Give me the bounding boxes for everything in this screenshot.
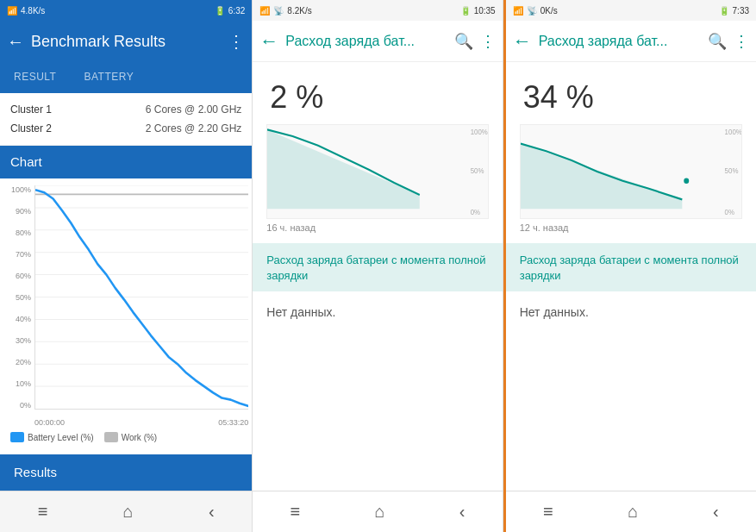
svg-text:100%: 100% — [471, 128, 488, 135]
home-button-2[interactable]: ⌂ — [374, 502, 384, 522]
cluster-1-value: 6 Cores @ 2.00 GHz — [146, 103, 242, 116]
chart-container: 100% 90% 80% 70% 60% 50% 40% 30% 20% 10%… — [3, 185, 248, 427]
y-label-60: 60% — [3, 272, 34, 280]
no-data-3: Нет данных. — [506, 291, 756, 333]
menu-button-3[interactable]: ≡ — [543, 502, 553, 522]
wifi-icon-2: 📡 — [273, 6, 284, 16]
legend-battery-label: Battery Level (%) — [28, 433, 94, 442]
app-bar-icons-2: 🔍 ⋮ — [454, 32, 496, 51]
time-ago-2: 16 ч. назад — [253, 219, 502, 243]
app-title-3: Расход заряда бат... — [539, 34, 701, 49]
section-header-2: Расход заряда батареи с момента полной з… — [253, 243, 502, 291]
status-left-1: 📶 4.8K/s — [7, 6, 45, 16]
percent-display-2: 2 % — [253, 62, 502, 124]
data-speed-2: 8.2K/s — [287, 6, 311, 16]
cluster-2-value: 2 Cores @ 2.20 GHz — [146, 122, 242, 135]
battery-panel-3: 📶 📡 0K/s 🔋 7:33 ← Расход заряда бат... 🔍… — [506, 0, 756, 532]
home-button-1[interactable]: ⌂ — [123, 502, 134, 522]
more-button-2[interactable]: ⋮ — [480, 32, 496, 51]
back-button-nav-1[interactable]: ‹ — [209, 502, 215, 522]
y-label-70: 70% — [3, 250, 34, 259]
y-label-0: 0% — [3, 401, 34, 410]
svg-text:50%: 50% — [471, 167, 484, 175]
mini-chart-svg-3: 100% 50% 0% — [521, 125, 741, 218]
menu-button-1[interactable]: ≡ — [38, 502, 48, 522]
mini-chart-2: 100% 50% 0% — [266, 124, 488, 219]
y-label-50: 50% — [3, 293, 34, 302]
time-ago-3: 12 ч. назад — [506, 219, 756, 243]
y-label-20: 20% — [3, 358, 34, 366]
signal-icon-3: 📶 — [513, 6, 523, 16]
time-2: 10:35 — [474, 6, 496, 16]
data-speed-1: 4.8K/s — [21, 6, 45, 16]
app-bar-3: ← Расход заряда бат... 🔍 ⋮ — [506, 21, 756, 62]
section-header-text-2: Расход заряда батареи с момента полной з… — [266, 253, 485, 282]
content-2: 2 % 100% 50% 0% 16 ч. назад Расход заряд… — [253, 62, 502, 491]
nav-bar-1: ≡ ⌂ ‹ — [0, 491, 252, 532]
results-bar[interactable]: Results — [0, 454, 252, 491]
y-label-90: 90% — [3, 207, 34, 216]
nav-bar-2: ≡ ⌂ ‹ — [253, 491, 502, 532]
cluster-2-label: Cluster 2 — [10, 122, 52, 135]
back-button-1[interactable]: ← — [7, 32, 24, 52]
benchmark-panel: 📶 4.8K/s 🔋 6:32 ← Benchmark Results ⋮ RE… — [0, 0, 253, 532]
back-button-nav-2[interactable]: ‹ — [459, 502, 465, 522]
more-button-3[interactable]: ⋮ — [734, 32, 749, 51]
status-left-3: 📶 📡 0K/s — [513, 6, 558, 16]
more-button-1[interactable]: ⋮ — [228, 31, 245, 52]
search-button-3[interactable]: 🔍 — [708, 32, 727, 51]
chart-header: Chart — [0, 146, 252, 178]
chart-plot — [34, 185, 248, 410]
nav-bar-3: ≡ ⌂ ‹ — [506, 491, 756, 532]
tab-battery[interactable]: BATTERY — [70, 62, 147, 91]
status-left-2: 📶 📡 8.2K/s — [259, 6, 311, 16]
cluster-info: Cluster 1 6 Cores @ 2.00 GHz Cluster 2 2… — [0, 93, 252, 146]
svg-marker-14 — [267, 129, 420, 209]
home-button-3[interactable]: ⌂ — [628, 502, 638, 522]
signal-icon: 📶 — [7, 6, 17, 16]
back-button-nav-3[interactable]: ‹ — [713, 502, 719, 522]
y-axis: 100% 90% 80% 70% 60% 50% 40% 30% 20% 10%… — [3, 185, 34, 410]
status-right-3: 🔋 7:33 — [719, 6, 749, 16]
svg-text:0%: 0% — [471, 208, 481, 216]
legend-work: Work (%) — [104, 432, 157, 442]
cluster-1-label: Cluster 1 — [10, 103, 52, 116]
section-header-text-3: Расход заряда батареи с момента полной з… — [520, 253, 739, 282]
battery-panel-2: 📶 📡 8.2K/s 🔋 10:35 ← Расход заряда бат..… — [253, 0, 503, 532]
data-speed-3: 0K/s — [540, 6, 558, 16]
app-bar-1: ← Benchmark Results ⋮ — [0, 21, 252, 62]
app-title-1: Benchmark Results — [31, 33, 221, 51]
chart-legend: Battery Level (%) Work (%) — [3, 427, 248, 448]
tab-result[interactable]: RESULT — [0, 62, 70, 91]
legend-battery-color — [10, 432, 24, 442]
x-label-end: 05:33:20 — [218, 418, 248, 427]
back-button-3[interactable]: ← — [513, 30, 532, 53]
app-title-2: Расход заряда бат... — [285, 34, 447, 49]
status-right-1: 🔋 6:32 — [215, 6, 245, 16]
x-label-start: 00:00:00 — [34, 418, 65, 427]
status-bar-1: 📶 4.8K/s 🔋 6:32 — [0, 0, 252, 21]
svg-marker-18 — [521, 144, 682, 210]
y-label-30: 30% — [3, 336, 34, 345]
legend-work-color — [104, 432, 118, 442]
chart-area: 100% 90% 80% 70% 60% 50% 40% 30% 20% 10%… — [0, 178, 252, 454]
no-data-2: Нет данных. — [253, 291, 502, 333]
time-3: 7:33 — [733, 6, 749, 16]
search-button-2[interactable]: 🔍 — [454, 32, 473, 51]
chart-title: Chart — [10, 154, 42, 169]
tab-bar-1: RESULT BATTERY — [0, 62, 252, 93]
legend-battery: Battery Level (%) — [10, 432, 94, 442]
status-bar-2: 📶 📡 8.2K/s 🔋 10:35 — [253, 0, 502, 21]
app-bar-2: ← Расход заряда бат... 🔍 ⋮ — [253, 21, 502, 62]
y-label-10: 10% — [3, 379, 34, 388]
results-label: Results — [14, 465, 57, 479]
x-axis-labels: 00:00:00 05:33:20 — [34, 418, 248, 427]
battery-icon-2: 🔋 — [460, 6, 471, 16]
content-3: 34 % 100% 50% 0% 12 ч. назад Расход заря… — [506, 62, 756, 491]
mini-chart-3: 100% 50% 0% — [520, 124, 742, 219]
app-bar-icons-3: 🔍 ⋮ — [708, 32, 749, 51]
wifi-icon-3: 📡 — [527, 6, 537, 16]
status-bar-3: 📶 📡 0K/s 🔋 7:33 — [506, 0, 756, 21]
menu-button-2[interactable]: ≡ — [290, 502, 300, 522]
back-button-2[interactable]: ← — [259, 30, 278, 53]
